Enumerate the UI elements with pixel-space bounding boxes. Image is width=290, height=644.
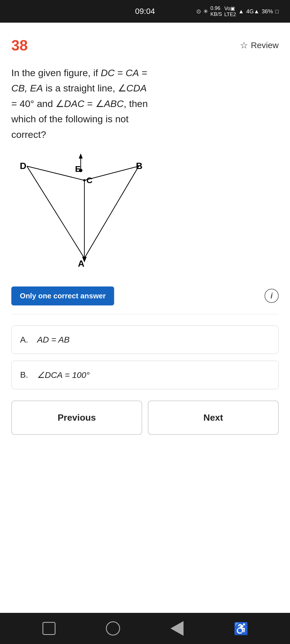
star-icon: ☆ <box>240 40 248 51</box>
figure-container: D B E C A <box>11 153 279 272</box>
line-BA <box>84 166 139 258</box>
battery-icon: □ <box>275 8 279 15</box>
option-A-label: A. <box>20 335 31 345</box>
q-italic-abc: ABC <box>104 98 124 109</box>
back-button[interactable] <box>167 619 187 638</box>
line-DA <box>27 166 84 258</box>
review-button[interactable]: ☆ Review <box>240 40 279 51</box>
q-text-3: = <box>139 67 147 78</box>
option-B-text: ∠DCA = 100° <box>37 370 89 380</box>
label-E: E <box>75 164 81 174</box>
answer-badge-container: Only one correct answer i <box>11 286 279 314</box>
battery-text: 36% <box>262 8 273 15</box>
arrow-head <box>79 153 83 159</box>
geometry-figure: D B E C A <box>17 153 153 272</box>
option-B[interactable]: B. ∠DCA = 100° <box>11 361 279 389</box>
4g-icon: 4G▲ <box>246 8 259 15</box>
previous-button[interactable]: Previous <box>11 401 142 435</box>
q-text-5: = 40° and ∠ <box>11 98 64 109</box>
option-A[interactable]: A. AD = AB <box>11 326 279 354</box>
next-button[interactable]: Next <box>148 401 279 435</box>
home-circle-button[interactable] <box>103 619 123 638</box>
main-content: 38 ☆ Review In the given figure, if DC =… <box>0 23 290 613</box>
data-speed: 0.96KB/S <box>210 5 222 17</box>
person-icon: ♿ <box>234 622 248 636</box>
question-number: 38 <box>11 37 28 54</box>
answer-badge: Only one correct answer <box>11 286 114 305</box>
status-bar: 09:04 ⊙ ✳ 0.96KB/S Vo▣LTE2 ▲ 4G▲ 36% □ <box>0 0 290 23</box>
accessibility-button[interactable]: ♿ <box>231 619 251 638</box>
option-A-text: AD = AB <box>37 335 70 345</box>
signal-icon: ▲ <box>238 8 244 15</box>
nav-bar: ♿ <box>0 613 290 644</box>
options-container: A. AD = AB B. ∠DCA = 100° <box>11 326 279 389</box>
label-C: C <box>86 176 93 185</box>
q-text-1: In the given figure, if <box>11 67 101 78</box>
q-italic-dac: DAC <box>64 98 84 109</box>
square-icon <box>42 622 56 635</box>
question-header: 38 ☆ Review <box>11 37 279 54</box>
triangle-icon <box>170 621 184 636</box>
q-italic-cb-ea: CB, EA <box>11 83 43 93</box>
option-B-label: B. <box>20 370 31 380</box>
line-BC <box>84 166 139 180</box>
label-D: D <box>20 161 26 171</box>
circle-icon <box>106 621 120 636</box>
home-square-button[interactable] <box>39 619 59 638</box>
alarm-icon: ⊙ <box>196 8 201 15</box>
nav-buttons: Previous Next <box>11 401 279 435</box>
review-label: Review <box>251 40 279 50</box>
q-italic-cda: CDA <box>126 83 147 93</box>
status-time: 09:04 <box>135 7 155 16</box>
q-italic-ca: CA <box>126 67 139 78</box>
q-text-6: = ∠ <box>84 98 104 109</box>
status-icons: ⊙ ✳ 0.96KB/S Vo▣LTE2 ▲ 4G▲ 36% □ <box>196 5 279 18</box>
q-italic-dc: DC <box>101 67 115 78</box>
q-text-4: is a straight line, ∠ <box>43 83 126 93</box>
question-text: In the given figure, if DC = CA =CB, EA … <box>11 65 279 142</box>
lte-icon: Vo▣LTE2 <box>224 5 236 18</box>
q-text-2: = <box>115 67 126 78</box>
info-icon[interactable]: i <box>265 289 279 303</box>
bluetooth-icon: ✳ <box>203 8 208 15</box>
